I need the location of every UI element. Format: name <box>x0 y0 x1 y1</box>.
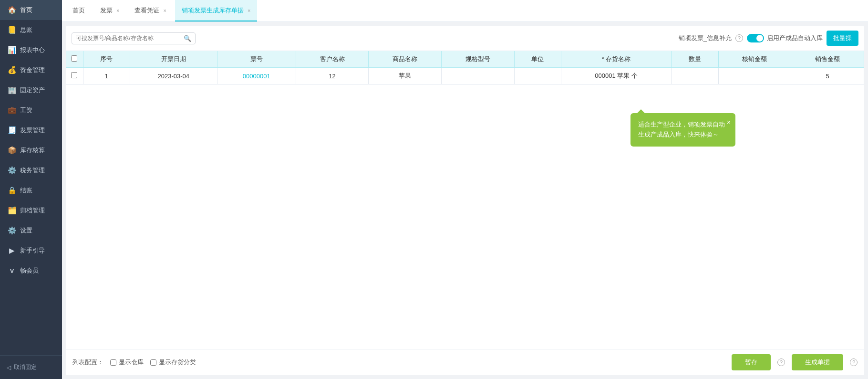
th-checkbox <box>66 51 83 68</box>
search-icon: 🔍 <box>184 35 191 42</box>
ledger-icon: 📒 <box>8 26 16 34</box>
list-config-label: 列表配置： <box>72 358 103 367</box>
sidebar-item-inventory[interactable]: 📦 库存核算 <box>0 140 62 160</box>
row-sale-amount: 5 <box>791 68 864 84</box>
payroll-icon: 💼 <box>8 106 16 115</box>
unpin-label: 取消固定 <box>14 363 37 371</box>
save-button[interactable]: 暂存 <box>732 354 771 370</box>
tooltip-box: × 适合生产型企业，销项发票自动生成产成品入库，快来体验～ <box>630 113 735 147</box>
sidebar-item-assets[interactable]: 🏢 固定资产 <box>0 80 62 100</box>
tab-cancel-invoice-label: 销项发票生成库存单据 <box>182 6 244 15</box>
funds-icon: 💰 <box>8 66 16 74</box>
sidebar-label-assets: 固定资产 <box>20 86 45 95</box>
sidebar-item-archive[interactable]: 🗂️ 归档管理 <box>0 200 62 221</box>
generate-help-icon[interactable]: ? <box>850 358 858 366</box>
list-config: 列表配置： 显示仓库 显示存货分类 <box>72 358 196 367</box>
tab-voucher-label: 查看凭证 <box>134 6 159 15</box>
sidebar-item-payroll[interactable]: 💼 工资 <box>0 100 62 120</box>
tax-icon: ⚙️ <box>8 166 16 175</box>
sidebar-item-funds[interactable]: 💰 资金管理 <box>0 60 62 80</box>
sidebar-item-guide[interactable]: ▶ 新手引导 <box>0 241 62 261</box>
search-input[interactable] <box>76 35 181 42</box>
info-help-icon[interactable]: ? <box>735 34 743 42</box>
sidebar-label-guide: 新手引导 <box>20 246 45 255</box>
bottom-actions: 暂存 ? 生成单据 ? <box>732 354 858 370</box>
vip-icon: V <box>8 267 16 274</box>
toggle-wrap: 启用产成品自动入库 <box>747 34 823 42</box>
tab-invoice[interactable]: 发票 × <box>93 0 126 21</box>
show-category-label[interactable]: 显示存货分类 <box>150 358 196 367</box>
info-label: 销项发票_信息补充 <box>679 34 732 42</box>
row-inventory: 000001 苹果 个 <box>561 68 672 84</box>
closing-icon: 🔒 <box>8 186 16 195</box>
sidebar-label-archive: 归档管理 <box>20 206 45 215</box>
search-box[interactable]: 🔍 <box>72 32 196 44</box>
th-spec: 规格型号 <box>442 51 515 68</box>
table-row: 1 2023-03-04 00000001 12 苹果 000001 苹果 个 … <box>66 68 864 84</box>
sidebar-item-reports[interactable]: 📊 报表中心 <box>0 40 62 60</box>
show-category-checkbox[interactable] <box>150 359 156 366</box>
select-all-checkbox[interactable] <box>71 55 77 62</box>
unpin-button[interactable]: ◁ 取消固定 <box>0 359 62 375</box>
invoice-mgmt-icon: 🧾 <box>8 126 16 135</box>
show-warehouse-label[interactable]: 显示仓库 <box>110 358 144 367</box>
sidebar-label-home: 首页 <box>20 6 32 14</box>
sidebar-label-payroll: 工资 <box>20 106 32 115</box>
row-customer: 12 <box>296 68 369 84</box>
sidebar-item-settings[interactable]: ⚙️ 设置 <box>0 221 62 241</box>
tab-voucher[interactable]: 查看凭证 × <box>128 0 173 21</box>
row-quantity <box>672 68 718 84</box>
tab-cancel-invoice-close[interactable]: × <box>248 8 250 13</box>
assets-icon: 🏢 <box>8 86 16 95</box>
sidebar-label-closing: 结账 <box>20 186 32 195</box>
tooltip-close-icon[interactable]: × <box>727 117 731 127</box>
unpin-icon: ◁ <box>7 364 11 371</box>
row-checkbox-cell <box>66 68 83 84</box>
sidebar-label-inventory: 库存核算 <box>20 146 45 155</box>
home-icon: 🏠 <box>8 6 16 14</box>
tab-cancel-invoice[interactable]: 销项发票生成库存单据 × <box>175 0 257 21</box>
sidebar-item-invoice-mgmt[interactable]: 🧾 发票管理 <box>0 120 62 140</box>
table-body: 1 2023-03-04 00000001 12 苹果 000001 苹果 个 … <box>66 68 864 84</box>
row-spec <box>442 68 515 84</box>
th-inventory: * 存货名称 <box>561 51 672 68</box>
tab-invoice-close[interactable]: × <box>116 8 119 13</box>
row-date: 2023-03-04 <box>130 68 217 84</box>
th-unit: 单位 <box>514 51 561 68</box>
tab-home[interactable]: 首页 <box>66 0 92 21</box>
th-ticket-no: 票号 <box>217 51 296 68</box>
inventory-icon: 📦 <box>8 146 16 155</box>
table-header-row: 序号 开票日期 票号 客户名称 商品名称 规格型号 单位 * 存货名称 数量 核… <box>66 51 864 68</box>
info-section: 销项发票_信息补充 ? 启用产成品自动入库 批量操 <box>679 31 858 46</box>
auto-warehouse-toggle[interactable] <box>747 34 764 42</box>
sidebar-item-tax[interactable]: ⚙️ 税务管理 <box>0 160 62 180</box>
row-ticket-no[interactable]: 00000001 <box>217 68 296 84</box>
sidebar-label-funds: 资金管理 <box>20 66 45 74</box>
tab-home-label: 首页 <box>72 6 85 15</box>
save-help-icon[interactable]: ? <box>777 358 785 366</box>
page-body: 🔍 销项发票_信息补充 ? 启用产成品自动入库 批量操 <box>66 26 864 375</box>
sidebar-item-vip[interactable]: V 畅会员 <box>0 261 62 281</box>
row-goods-name: 苹果 <box>369 68 442 84</box>
sidebar-label-reports: 报表中心 <box>20 46 45 54</box>
show-category-text: 显示存货分类 <box>159 358 196 367</box>
th-seq: 序号 <box>83 51 130 68</box>
sidebar-item-ledger[interactable]: 📒 总账 <box>0 20 62 40</box>
row-checkbox[interactable] <box>71 72 77 78</box>
show-warehouse-checkbox[interactable] <box>110 359 116 366</box>
tab-voucher-close[interactable]: × <box>163 8 166 13</box>
show-warehouse-text: 显示仓库 <box>119 358 144 367</box>
toggle-label: 启用产成品自动入库 <box>767 34 823 42</box>
main-area: 首页 发票 × 查看凭证 × 销项发票生成库存单据 × 🔍 销项发票_信息补充 … <box>62 0 868 379</box>
tab-invoice-label: 发票 <box>100 6 113 15</box>
sidebar-label-vip: 畅会员 <box>20 266 39 275</box>
th-date: 开票日期 <box>130 51 217 68</box>
reports-icon: 📊 <box>8 46 16 54</box>
batch-button[interactable]: 批量操 <box>827 31 858 46</box>
generate-button[interactable]: 生成单据 <box>792 354 843 370</box>
th-goods-name: 商品名称 <box>369 51 442 68</box>
sidebar-item-home[interactable]: 🏠 首页 <box>0 0 62 20</box>
guide-icon: ▶ <box>8 246 16 255</box>
sidebar-item-closing[interactable]: 🔒 结账 <box>0 180 62 200</box>
table-wrap: 序号 开票日期 票号 客户名称 商品名称 规格型号 单位 * 存货名称 数量 核… <box>66 51 864 349</box>
